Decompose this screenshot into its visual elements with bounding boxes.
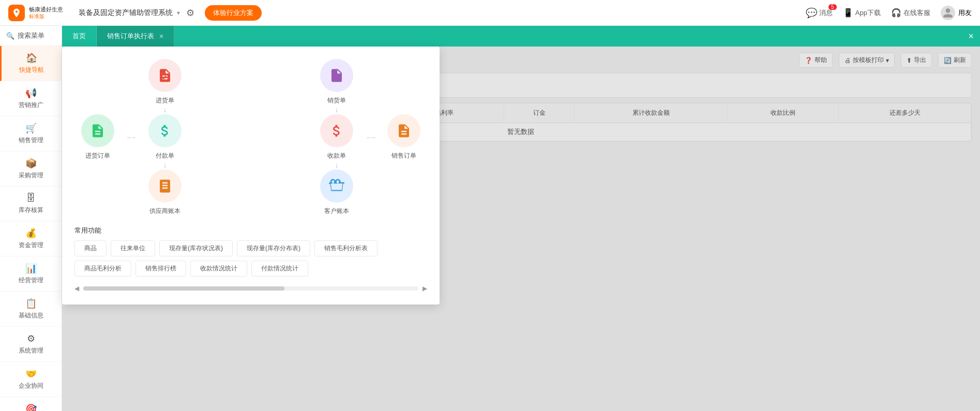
app-download-btn[interactable]: 📱 App下载 [843,8,881,18]
sidebar-label-inventory: 库存核算 [19,206,43,215]
flow-node-customer-ledger: 客户账本 [313,170,360,216]
common-functions: 常用功能 商品往来单位现存量(库存状况表)现存量(库存分布表)销售毛利分析表商品… [74,226,427,277]
payment-circle[interactable] [148,114,182,147]
flow-node-purchase-receipt: 进货单 [142,59,188,105]
arrow-h-1 [121,134,142,141]
home-icon: 🏠 [26,52,37,64]
sidebar-label-purchase: 采购管理 [19,171,43,180]
flow-node-receipt: 收款单 [313,114,360,160]
sidebar-label-operations: 经营管理 [19,276,43,285]
scroll-left-icon[interactable]: ◀ [74,285,79,292]
user-name: 用友 [958,8,972,18]
user-info[interactable]: 用友 [941,6,972,20]
system-title: 装备及固定资产辅助管理系统 [79,8,173,18]
newbie-icon: 🎯 [25,403,37,411]
sidebar-item-marketing[interactable]: 📢 营销推广 [0,81,62,116]
func-btn-3[interactable]: 现存量(库存分布表) [237,240,310,256]
sidebar-item-inventory[interactable]: 🗄 库存核算 [0,187,62,221]
inventory-icon: 🗄 [26,193,36,204]
sidebar-item-enterprise[interactable]: 🤝 企业协同 [0,362,62,397]
arrow-v-4: ↓ [320,160,353,170]
purchase-receipt-circle[interactable] [148,59,182,92]
sidebar-label-marketing: 营销推广 [19,101,43,110]
sidebar-item-sales[interactable]: 🛒 销售管理 [0,116,62,151]
tab-home[interactable]: 首页 [62,26,97,47]
operations-icon: 📊 [25,263,37,274]
sidebar-label-enterprise: 企业协同 [19,382,43,390]
sidebar-item-system[interactable]: ⚙ 系统管理 [0,327,62,362]
sidebar-item-newbie[interactable]: 🎯 新手引导 [0,397,62,411]
message-btn[interactable]: 💬 5 消息 [806,7,833,19]
sidebar-label-quick-nav: 快捷导航 [19,66,44,74]
customer-ledger-circle[interactable] [320,170,353,203]
func-btn-1[interactable]: 往来单位 [111,240,155,256]
marketing-icon: 📢 [25,87,37,99]
receipt-label: 收款单 [327,151,346,160]
flow-col-sales: 销货单 ↓ 收款单 ↓ [313,59,360,216]
tab-close-icon[interactable]: × [159,32,163,40]
common-functions-title: 常用功能 [74,226,427,235]
enterprise-icon: 🤝 [25,368,37,379]
avatar [941,6,955,20]
top-header: 畅康通好生意 标准版 装备及固定资产辅助管理系统 ▾ ⚙ 体验行业方案 💬 5 … [0,0,980,26]
message-badge: 5 [828,4,837,10]
basic-info-icon: 📋 [25,298,37,309]
arrow-v-2: ↓ [148,160,182,170]
sidebar-item-basic-info[interactable]: 📋 基础信息 [0,292,62,327]
func-btn-5[interactable]: 商品毛利分析 [74,261,131,277]
func-btn-7[interactable]: 收款情况统计 [190,261,247,277]
tab-bar-right: × [968,31,980,42]
func-btn-6[interactable]: 销售排行榜 [135,261,186,277]
flow-node-purchase-order: 进货订单 [74,114,121,160]
sidebar-item-finance[interactable]: 💰 资金管理 [0,221,62,256]
flow-node-sales-receipt: 销货单 [313,59,360,105]
sales-order-circle[interactable] [387,114,420,147]
sidebar-label-sales: 销售管理 [19,136,43,145]
message-icon: 💬 [806,7,817,19]
tab-sales-order[interactable]: 销售订单执行表 × [97,26,174,47]
tab-bar: 首页 销售订单执行表 × × [62,26,980,47]
flow-row-1: 进货订单 进货单 ↓ [74,59,427,216]
supplier-ledger-label: 供应商账本 [149,207,180,216]
sidebar: 🔍 搜索菜单 🏠 快捷导航 📢 营销推广 🛒 销售管理 📦 采购管理 🗄 库存核… [0,26,62,411]
sales-order-label: 销售订单 [391,151,416,160]
arrow-v-1: ↓ [148,105,182,114]
search-icon: 🔍 [6,32,14,40]
purchase-order-label: 进货订单 [85,151,110,160]
flow-section: 进货订单 进货单 ↓ [74,59,427,216]
scrollbar-track[interactable] [83,286,418,291]
func-btn-0[interactable]: 商品 [74,240,107,256]
headset-icon: 🎧 [891,8,901,18]
sidebar-item-quick-nav[interactable]: 🏠 快捷导航 [0,46,62,81]
sidebar-item-operations[interactable]: 📊 经营管理 [0,256,62,292]
flow-node-supplier-ledger: 供应商账本 [142,170,188,216]
search-menu[interactable]: 🔍 搜索菜单 [0,26,62,46]
logo-text: 畅康通好生意 标准版 [29,6,63,20]
func-btn-8[interactable]: 付款情况统计 [251,261,308,277]
sidebar-label-system: 系统管理 [19,346,43,355]
window-close-icon[interactable]: × [968,31,974,41]
online-service-btn[interactable]: 🎧 在线客服 [891,8,930,18]
system-icon: ⚙ [27,333,35,344]
func-btn-2[interactable]: 现存量(库存状况表) [159,240,233,256]
scrollbar-thumb [83,286,284,291]
receipt-circle[interactable] [320,114,353,147]
system-title-dropdown[interactable]: 装备及固定资产辅助管理系统 ▾ [79,8,180,18]
scroll-right-icon[interactable]: ▶ [423,285,427,292]
flow-node-sales-order: 销售订单 [381,114,427,160]
sidebar-label-finance: 资金管理 [19,241,43,250]
arrow-h-2 [360,134,381,141]
settings-icon[interactable]: ⚙ [186,7,194,19]
sidebar-label-basic-info: 基础信息 [19,311,43,320]
supplier-ledger-circle[interactable] [148,170,182,203]
modal-overlay: 进货订单 进货单 ↓ [62,47,980,411]
func-btn-4[interactable]: 销售毛利分析表 [314,240,378,256]
experience-btn[interactable]: 体验行业方案 [205,5,262,21]
arrow-v-3: ↓ [320,105,353,114]
purchase-icon: 📦 [25,158,37,169]
sidebar-item-purchase[interactable]: 📦 采购管理 [0,151,62,187]
flow-col-purchase: 进货单 ↓ 付款单 ↓ [142,59,188,216]
sales-icon: 🛒 [25,123,37,134]
purchase-order-circle[interactable] [81,114,114,147]
sales-receipt-circle[interactable] [320,59,353,92]
